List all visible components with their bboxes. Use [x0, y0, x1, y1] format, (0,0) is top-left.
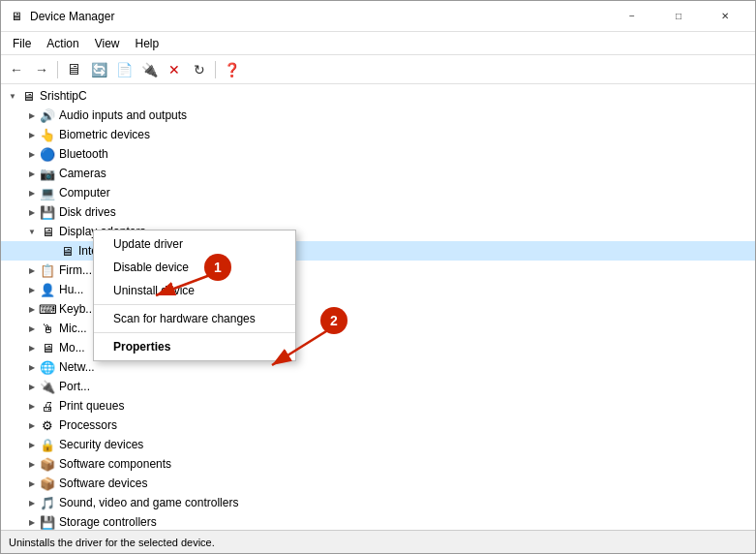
expand-security: ▶: [24, 437, 40, 452]
firmware-icon: 📋: [40, 262, 55, 278]
status-bar: Uninstalls the driver for the selected d…: [1, 530, 755, 553]
network-icon: 🌐: [40, 359, 55, 375]
processors-icon: ⚙: [40, 417, 55, 433]
tree-ports[interactable]: ▶ 🔌 Port...: [1, 377, 755, 396]
sw-devices-icon: 📦: [40, 476, 55, 491]
tree-sw-devices[interactable]: ▶ 📦 Software devices: [1, 474, 755, 493]
tree-cameras[interactable]: ▶ 📷 Cameras: [1, 164, 755, 183]
expand-biometric: ▶: [24, 127, 40, 142]
minimize-button[interactable]: −: [610, 1, 654, 32]
ctx-sep-2: [94, 332, 295, 333]
cameras-label: Cameras: [59, 167, 106, 180]
gpu-icon: 🖥: [59, 243, 75, 259]
sw-devices-label: Software devices: [59, 477, 147, 490]
expand-network: ▶: [24, 359, 40, 375]
tree-audio[interactable]: ▶ 🔊 Audio inputs and outputs: [1, 106, 755, 125]
hid-icon: 👤: [40, 282, 55, 297]
computer-label: Computer: [59, 186, 110, 200]
toolbar-scan[interactable]: 🔌: [137, 58, 161, 81]
expand-disk: ▶: [24, 204, 40, 220]
maximize-button[interactable]: □: [656, 1, 701, 32]
print-label: Print queues: [59, 399, 124, 413]
ctx-sep-1: [94, 304, 295, 305]
tree-sound[interactable]: ▶ 🎵 Sound, video and game controllers: [1, 493, 755, 512]
expand-gpu: [44, 243, 59, 259]
expand-firmware: ▶: [24, 262, 40, 278]
tree-bluetooth[interactable]: ▶ 🔵 Bluetooth: [1, 144, 755, 164]
biometric-label: Biometric devices: [59, 128, 150, 141]
audio-label: Audio inputs and outputs: [59, 108, 187, 122]
storage-icon: 💾: [40, 514, 55, 530]
monitors-label: Mo...: [59, 341, 85, 354]
toolbar-forward[interactable]: →: [30, 58, 53, 81]
tree-computer[interactable]: ▶ 💻 Computer: [1, 183, 755, 202]
window-title: Device Manager: [30, 10, 610, 23]
disk-label: Disk drives: [59, 205, 116, 219]
expand-root: ▼: [5, 88, 20, 104]
menu-action[interactable]: Action: [39, 35, 86, 52]
tree-biometric[interactable]: ▶ 👆 Biometric devices: [1, 125, 755, 144]
tree-root[interactable]: ▼ 🖥 SrishtipC: [1, 86, 755, 106]
ctx-disable-device[interactable]: Disable device: [94, 256, 295, 279]
toolbar-uninstall[interactable]: ✕: [163, 58, 186, 81]
tree-security[interactable]: ▶ 🔒 Security devices: [1, 435, 755, 454]
keyboard-label: Keyb...: [59, 302, 95, 316]
mice-icon: 🖱: [40, 321, 55, 336]
toolbar-computer[interactable]: 🖥: [62, 58, 85, 81]
keyboard-icon: ⌨: [40, 301, 55, 317]
print-icon: 🖨: [40, 398, 55, 414]
ctx-properties[interactable]: Properties: [94, 335, 295, 358]
root-icon: 🖥: [20, 88, 36, 104]
hid-label: Hu...: [59, 283, 83, 296]
root-label: SrishtipC: [40, 89, 87, 103]
toolbar-help[interactable]: ❓: [220, 58, 243, 81]
security-icon: 🔒: [40, 437, 55, 452]
toolbar-properties[interactable]: 📄: [112, 58, 136, 81]
expand-hid: ▶: [24, 282, 40, 297]
expand-sound: ▶: [24, 495, 40, 510]
expand-sw-components: ▶: [24, 456, 40, 472]
monitors-icon: 🖥: [40, 340, 55, 355]
tree-disk[interactable]: ▶ 💾 Disk drives: [1, 202, 755, 222]
cameras-icon: 📷: [40, 166, 55, 181]
sw-components-label: Software components: [59, 457, 171, 471]
menu-help[interactable]: Help: [128, 35, 167, 52]
ctx-update-driver[interactable]: Update driver: [94, 232, 295, 256]
audio-icon: 🔊: [40, 108, 55, 123]
close-button[interactable]: ✕: [703, 1, 747, 32]
tree-sw-components[interactable]: ▶ 📦 Software components: [1, 454, 755, 474]
tree-processors[interactable]: ▶ ⚙ Processors: [1, 416, 755, 435]
sound-icon: 🎵: [40, 495, 55, 510]
menu-file[interactable]: File: [5, 35, 39, 52]
tree-print[interactable]: ▶ 🖨 Print queues: [1, 396, 755, 416]
expand-audio: ▶: [24, 108, 40, 123]
expand-mice: ▶: [24, 321, 40, 336]
computer-icon: 💻: [40, 185, 55, 200]
mice-label: Mic...: [59, 322, 87, 335]
context-menu: Update driver Disable device Uninstall d…: [93, 230, 296, 361]
expand-print: ▶: [24, 398, 40, 414]
toolbar-action1[interactable]: 🔄: [87, 58, 110, 81]
window-controls: − □ ✕: [610, 1, 747, 32]
expand-ports: ▶: [24, 379, 40, 394]
expand-bluetooth: ▶: [24, 146, 40, 162]
network-label: Netw...: [59, 360, 95, 374]
ctx-scan[interactable]: Scan for hardware changes: [94, 307, 295, 330]
content-area: ▼ 🖥 SrishtipC ▶ 🔊 Audio inputs and outpu…: [1, 84, 755, 530]
storage-label: Storage controllers: [59, 515, 157, 529]
menu-bar: File Action View Help: [1, 32, 755, 55]
expand-sw-devices: ▶: [24, 476, 40, 491]
toolbar-sep-2: [215, 61, 216, 78]
tree-storage[interactable]: ▶ 💾 Storage controllers: [1, 512, 755, 530]
window-icon: 🖥: [9, 9, 24, 24]
toolbar-refresh[interactable]: ↻: [188, 58, 211, 81]
ctx-uninstall-device[interactable]: Uninstall device: [94, 279, 295, 302]
device-manager-window: 🖥 Device Manager − □ ✕ File Action View …: [0, 0, 756, 554]
disk-icon: 💾: [40, 204, 55, 220]
ports-label: Port...: [59, 380, 90, 393]
menu-view[interactable]: View: [87, 35, 128, 52]
status-text: Uninstalls the driver for the selected d…: [9, 537, 215, 548]
ports-icon: 🔌: [40, 379, 55, 394]
expand-display: ▼: [24, 224, 40, 239]
toolbar-back[interactable]: ←: [5, 58, 28, 81]
